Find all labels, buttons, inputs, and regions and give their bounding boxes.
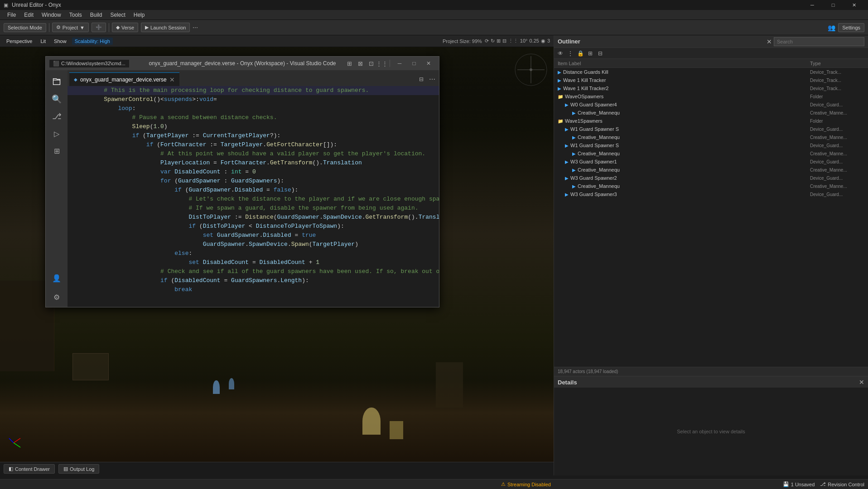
editor-tab-active[interactable]: ◆ onyx_guard_manager_device.verse ✕ bbox=[69, 72, 179, 86]
minimize-btn[interactable]: ─ bbox=[802, 0, 823, 10]
menu-build[interactable]: Build bbox=[87, 11, 106, 19]
details-close-btn[interactable]: ✕ bbox=[859, 379, 864, 386]
outliner-item[interactable]: ▶ Creative_Mannequ Creative_Manne... bbox=[554, 149, 868, 158]
vscode-layout-icon-4[interactable]: ⋮⋮ bbox=[377, 58, 387, 68]
verse-btn[interactable]: ◆ Verse bbox=[112, 23, 138, 32]
out-expand-icon[interactable]: ⊞ bbox=[586, 49, 595, 58]
out-collapse-icon[interactable]: ⊟ bbox=[596, 49, 605, 58]
code-editor[interactable]: # This is the main processing loop for c… bbox=[68, 86, 439, 307]
bookmark-icon[interactable]: 3 bbox=[547, 38, 550, 44]
item-icon: ▶ bbox=[572, 135, 576, 140]
activity-explorer[interactable] bbox=[48, 74, 65, 90]
editor-tab-bar: ◆ onyx_guard_manager_device.verse ✕ ⊟ ⋯ bbox=[68, 70, 439, 86]
perspective-btn[interactable]: Perspective bbox=[4, 38, 35, 45]
outliner-item[interactable]: ▶ W1 Guard Spawner S Device_Guard... bbox=[554, 141, 868, 149]
menu-help[interactable]: Help bbox=[130, 11, 149, 19]
out-lock-icon[interactable]: 🔒 bbox=[576, 49, 585, 58]
outliner-item[interactable]: ▶ W3 Guard Spawner2 Device_Guard... bbox=[554, 174, 868, 182]
outliner-item[interactable]: ▶ Creative_Mannequ Creative_Manne... bbox=[554, 109, 868, 117]
show-btn[interactable]: Show bbox=[51, 38, 69, 45]
line-content: # Pause a second between distance checks… bbox=[88, 113, 277, 122]
menu-window[interactable]: Window bbox=[38, 11, 65, 19]
outliner-item[interactable]: ▶ Distance Guards Kill Device_Track... bbox=[554, 68, 868, 76]
maximize-btn[interactable]: □ bbox=[823, 0, 844, 10]
item-name: Wave 1 Kill Tracker2 bbox=[563, 86, 810, 91]
activity-extensions[interactable]: ⊞ bbox=[48, 143, 65, 159]
outliner-item[interactable]: ▶ W3 Guard Spawner3 Device_Guard... bbox=[554, 190, 868, 198]
launch-session-btn[interactable]: ▶ Launch Session bbox=[141, 23, 190, 32]
vscode-layout-icon-1[interactable]: ⊞ bbox=[344, 58, 354, 68]
out-eye-icon[interactable]: 👁 bbox=[556, 49, 565, 58]
cmd-tab[interactable]: ⬛ C:\Windows\system32\cmd... bbox=[49, 60, 129, 67]
vscode-close-btn[interactable]: ✕ bbox=[422, 58, 435, 68]
settings-btn[interactable]: Settings bbox=[838, 23, 864, 32]
app-title: Unreal Editor - Onyx bbox=[12, 2, 61, 8]
output-log-btn[interactable]: ▤ Output Log bbox=[58, 464, 99, 474]
outliner-item[interactable]: 📁 WaveOSpawners Folder bbox=[554, 92, 868, 101]
menu-edit[interactable]: Edit bbox=[20, 11, 37, 19]
item-icon: ▶ bbox=[565, 143, 569, 148]
content-drawer-btn[interactable]: ◧ Content Drawer bbox=[4, 464, 55, 474]
item-icon: ▶ bbox=[558, 86, 561, 91]
outliner-search-input[interactable] bbox=[774, 37, 864, 46]
tab-close-icon[interactable]: ✕ bbox=[169, 76, 175, 83]
outliner-item[interactable]: ▶ W0 Guard Spawner4 Device_Guard... bbox=[554, 101, 868, 109]
outliner-item[interactable]: ▶ W3 Guard Spawner1 Device_Guard... bbox=[554, 158, 868, 166]
rotate-icon[interactable]: ↻ bbox=[491, 38, 495, 44]
outliner-item[interactable]: 📁 Wave1Spawners Folder bbox=[554, 117, 868, 125]
item-name: W0 Guard Spawner4 bbox=[570, 102, 810, 107]
close-btn[interactable]: ✕ bbox=[844, 0, 864, 10]
vscode-minimize-btn[interactable]: ─ bbox=[393, 58, 406, 68]
streaming-disabled-notice: ⚠ Streaming Disabled bbox=[501, 481, 551, 487]
tab-label: onyx_guard_manager_device.verse bbox=[80, 77, 167, 83]
toolbar-overflow[interactable]: ⋯ bbox=[193, 24, 198, 31]
camera-speed: 0.25 bbox=[529, 38, 539, 44]
details-panel: Details ✕ Select an object to view detai… bbox=[554, 376, 868, 475]
snap-icon[interactable]: ⊟ bbox=[502, 38, 506, 44]
vscode-maximize-btn[interactable]: □ bbox=[407, 58, 421, 68]
outliner-item[interactable]: ▶ Wave 1 Kill Tracker Device_Track... bbox=[554, 76, 868, 84]
collab-icon[interactable]: 👥 bbox=[828, 24, 835, 31]
scale-icon[interactable]: ⊞ bbox=[497, 38, 501, 44]
line-content: # At this point we should have a valid p… bbox=[88, 149, 425, 158]
outliner-item[interactable]: ▶ W1 Guard Spawner S Device_Guard... bbox=[554, 125, 868, 133]
menu-select[interactable]: Select bbox=[106, 11, 129, 19]
outliner-item[interactable]: ▶ Creative_Mannequ Creative_Manne... bbox=[554, 182, 868, 190]
out-filter-icon[interactable]: ⋮ bbox=[566, 49, 575, 58]
vscode-layout-icon-3[interactable]: ⊡ bbox=[366, 58, 376, 68]
add-btn[interactable]: ➕ bbox=[92, 23, 106, 32]
activity-debug[interactable]: ▷ bbox=[48, 125, 65, 142]
outliner-item[interactable]: ▶ Wave 1 Kill Tracker2 Device_Track... bbox=[554, 84, 868, 92]
outliner-item[interactable]: ▶ Creative_Mannequ Creative_Manne... bbox=[554, 166, 868, 174]
code-line: # If we spawn a guard, disable the spawn… bbox=[68, 204, 439, 213]
code-line: # Check and see if all of the guard spaw… bbox=[68, 267, 439, 276]
svg-line-4 bbox=[14, 438, 20, 443]
grid-icon[interactable]: ⋮⋮ bbox=[508, 38, 518, 44]
activity-settings[interactable]: ⚙ bbox=[48, 289, 65, 305]
selection-mode-btn[interactable]: Selection Mode bbox=[4, 23, 46, 32]
scalability-badge[interactable]: Scalability: High bbox=[72, 38, 113, 45]
activity-search[interactable]: 🔍 bbox=[48, 91, 65, 107]
revision-control-btn[interactable]: ⎇ Revision Control bbox=[820, 481, 864, 487]
more-actions-icon[interactable]: ⋯ bbox=[427, 74, 437, 84]
activity-accounts[interactable]: 👤 bbox=[48, 270, 65, 286]
activity-git[interactable]: ⎇ bbox=[48, 108, 65, 125]
split-editor-icon[interactable]: ⊟ bbox=[416, 74, 426, 84]
project-btn[interactable]: ⚙ Project ▼ bbox=[52, 23, 89, 32]
translate-icon[interactable]: ⟳ bbox=[485, 38, 489, 44]
game-viewport[interactable]: ⬛ C:\Windows\system32\cmd... onyx_guard_… bbox=[0, 47, 554, 462]
editor-area: ◆ onyx_guard_manager_device.verse ✕ ⊟ ⋯ bbox=[68, 70, 439, 307]
lit-btn[interactable]: Lit bbox=[38, 38, 48, 45]
line-content: # Check and see if all of the guard spaw… bbox=[88, 267, 439, 276]
outliner-close-btn[interactable]: ✕ bbox=[767, 38, 772, 45]
vscode-layout-icon-2[interactable]: ⊠ bbox=[355, 58, 365, 68]
menu-tools[interactable]: Tools bbox=[66, 11, 86, 19]
line-num bbox=[68, 113, 88, 122]
vr-icon[interactable]: ◉ bbox=[541, 38, 545, 44]
code-line: SpawnerControl()<suspends>:void= bbox=[68, 95, 439, 104]
item-icon: ▶ bbox=[565, 192, 569, 197]
outliner-item[interactable]: ▶ Creative_Mannequ Creative_Manne... bbox=[554, 133, 868, 141]
menu-file[interactable]: File bbox=[4, 11, 19, 19]
app-icon: ▣ bbox=[4, 2, 8, 8]
svg-line-6 bbox=[9, 438, 14, 443]
